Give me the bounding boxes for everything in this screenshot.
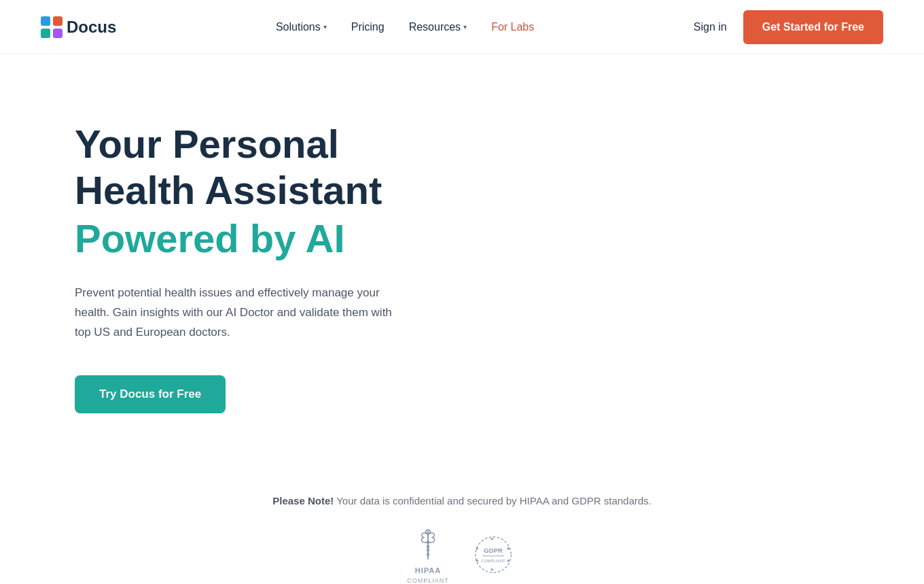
sign-in-link[interactable]: Sign in bbox=[694, 21, 727, 33]
get-started-button[interactable]: Get Started for Free bbox=[743, 10, 883, 44]
svg-text:GDPR: GDPR bbox=[484, 547, 503, 554]
compliance-note: Please Note! Your data is confidential a… bbox=[14, 495, 910, 506]
hipaa-badge: HIPAA COMPLIANT bbox=[407, 526, 449, 584]
logo-text: Docus bbox=[67, 18, 116, 37]
svg-rect-1 bbox=[53, 16, 63, 26]
gdpr-badge: ★ ★ ★ ★ ★ ★ GDPR COMPLIANT bbox=[469, 531, 517, 579]
nav-links: Solutions ▾ Pricing Resources ▾ For Labs bbox=[276, 21, 534, 33]
hero-title: Your Personal Health Assistant Powered b… bbox=[75, 122, 883, 262]
hero-description: Prevent potential health issues and effe… bbox=[75, 284, 401, 343]
svg-rect-2 bbox=[41, 29, 50, 38]
nav-item-solutions[interactable]: Solutions ▾ bbox=[276, 21, 327, 33]
nav-item-for-labs[interactable]: For Labs bbox=[491, 21, 534, 33]
gdpr-icon: ★ ★ ★ ★ ★ ★ GDPR COMPLIANT bbox=[469, 531, 517, 579]
svg-rect-3 bbox=[53, 29, 63, 38]
hipaa-label: HIPAA bbox=[415, 566, 441, 574]
svg-text:★: ★ bbox=[474, 546, 478, 551]
svg-text:★: ★ bbox=[490, 536, 494, 541]
svg-text:★: ★ bbox=[474, 558, 478, 563]
svg-text:★: ★ bbox=[506, 558, 510, 563]
navbar: Docus Solutions ▾ Pricing Resources ▾ Fo… bbox=[0, 0, 924, 54]
nav-item-resources[interactable]: Resources ▾ bbox=[409, 21, 467, 33]
compliance-badges: HIPAA COMPLIANT ★ ★ ★ ★ ★ ★ GDPR COMPLIA… bbox=[14, 526, 910, 584]
chevron-down-icon: ▾ bbox=[463, 23, 467, 31]
try-docus-button[interactable]: Try Docus for Free bbox=[75, 375, 226, 413]
compliance-section: Please Note! Your data is confidential a… bbox=[0, 454, 924, 584]
hero-section: Your Personal Health Assistant Powered b… bbox=[0, 54, 924, 454]
svg-text:★: ★ bbox=[506, 546, 510, 551]
logo-icon bbox=[41, 16, 63, 38]
svg-rect-0 bbox=[41, 16, 50, 26]
nav-actions: Sign in Get Started for Free bbox=[694, 10, 883, 44]
logo[interactable]: Docus bbox=[41, 16, 116, 38]
hipaa-compliant-label: COMPLIANT bbox=[407, 577, 449, 584]
chevron-down-icon: ▾ bbox=[323, 23, 327, 31]
hipaa-icon bbox=[409, 526, 447, 564]
nav-item-pricing[interactable]: Pricing bbox=[351, 21, 385, 33]
svg-text:COMPLIANT: COMPLIANT bbox=[481, 557, 505, 562]
svg-text:★: ★ bbox=[490, 566, 494, 571]
